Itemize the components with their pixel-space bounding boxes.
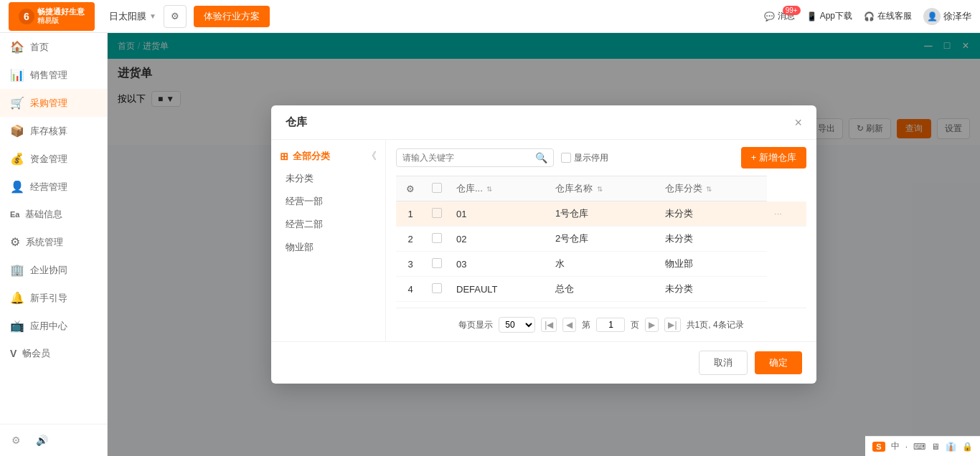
- search-box: 🔍: [396, 148, 554, 167]
- sidebar-label-member: 畅会员: [22, 347, 50, 360]
- all-categories-btn[interactable]: ⊞ 全部分类: [280, 150, 330, 163]
- page-label: 第: [582, 319, 590, 331]
- store-name: 日太阳膜: [109, 10, 146, 23]
- table-row[interactable]: 4 DEFAULT 总仓 未分类: [396, 277, 806, 302]
- th-settings[interactable]: ⚙: [396, 176, 425, 201]
- row-category: 未分类: [658, 277, 767, 302]
- total-label: 共1页, 4条记录: [687, 319, 744, 331]
- store-dropdown-arrow: ▼: [149, 12, 156, 20]
- page-first-btn[interactable]: |◀: [541, 318, 557, 332]
- table-row[interactable]: 3 03 水 物业部: [396, 252, 806, 277]
- row-name: 1号仓库: [548, 201, 657, 227]
- confirm-button[interactable]: 确定: [755, 351, 802, 374]
- sidebar-item-basic[interactable]: Ea 基础信息: [0, 201, 107, 228]
- row-checkbox-cell[interactable]: [425, 201, 449, 227]
- purchase-icon: 🛒: [10, 96, 24, 110]
- row-checkbox[interactable]: [432, 283, 442, 293]
- sidebar-item-sales[interactable]: 📊 销售管理: [0, 61, 107, 89]
- row-checkbox-cell[interactable]: [425, 227, 449, 252]
- app-label: App下载: [820, 10, 852, 22]
- avatar-icon: 👤: [923, 8, 941, 25]
- table-toolbar: 🔍 显示停用 + 新增仓库: [396, 147, 806, 168]
- row-code: 02: [449, 227, 548, 252]
- per-page-select[interactable]: 50 100 200: [499, 317, 535, 333]
- page-prev-btn[interactable]: ◀: [562, 318, 576, 332]
- brand-icon: 6: [19, 9, 34, 24]
- brand-sub: 精易版: [37, 16, 85, 25]
- page-last-btn[interactable]: ▶|: [664, 318, 680, 332]
- sidebar-item-operations[interactable]: 👤 经营管理: [0, 173, 107, 201]
- sidebar-settings-btn[interactable]: ⚙: [6, 430, 26, 450]
- cat-item-uncategorized[interactable]: 未分类: [271, 167, 385, 190]
- top-header: 6 畅捷通好生意 精易版 日太阳膜 ▼ ⚙ 体验行业方案 💬 消息 99+ 📱 …: [0, 0, 980, 33]
- sidebar-label-guide: 新手引导: [30, 292, 67, 305]
- cancel-button[interactable]: 取消: [699, 351, 748, 375]
- collapse-panel-icon[interactable]: 《: [367, 150, 377, 163]
- message-icon: 💬: [764, 11, 775, 22]
- table-panel: 🔍 显示停用 + 新增仓库: [386, 140, 816, 341]
- row-checkbox-cell[interactable]: [425, 277, 449, 302]
- modal-close-button[interactable]: ×: [794, 116, 802, 129]
- sidebar-label-finance: 资金管理: [30, 153, 67, 166]
- action-dots-icon[interactable]: ···: [774, 208, 782, 219]
- cat-item-dept2[interactable]: 经营二部: [271, 213, 385, 236]
- sidebar-item-finance[interactable]: 💰 资金管理: [0, 145, 107, 173]
- sidebar-speaker-btn[interactable]: 🔊: [32, 430, 52, 450]
- app-download-action[interactable]: 📱 App下载: [806, 10, 852, 22]
- sidebar-label-enterprise: 企业协同: [30, 264, 67, 277]
- brand-logo: 6 畅捷通好生意 精易版: [9, 2, 95, 31]
- brand-name: 畅捷通好生意: [37, 7, 85, 16]
- select-all-checkbox[interactable]: [432, 183, 442, 193]
- sort-cat-icon: ⇅: [706, 185, 712, 193]
- sidebar-item-enterprise[interactable]: 🏢 企业协同: [0, 256, 107, 284]
- row-num: 2: [396, 227, 425, 252]
- sidebar-item-inventory[interactable]: 📦 库存核算: [0, 117, 107, 145]
- th-checkbox[interactable]: [425, 176, 449, 201]
- column-settings-icon: ⚙: [406, 184, 415, 194]
- cat-item-property[interactable]: 物业部: [271, 236, 385, 259]
- sidebar-item-system[interactable]: ⚙ 系统管理: [0, 228, 107, 256]
- main-content: 首页 / 进货单 ─ □ × 进货单 按以下 ■ ▼ 🖨 印: [108, 33, 980, 456]
- page-suffix: 页: [631, 319, 639, 331]
- enterprise-icon: 🏢: [10, 263, 24, 277]
- row-checkbox[interactable]: [432, 208, 442, 218]
- status-monitor-icon: 🖥: [931, 442, 940, 452]
- main-layout: 🏠 首页 📊 销售管理 🛒 采购管理 📦 库存核算 💰 资金管理 👤 经营管理 …: [0, 33, 980, 456]
- row-checkbox[interactable]: [432, 258, 442, 268]
- modal-footer: 取消 确定: [271, 341, 816, 384]
- sidebar-label-inventory: 库存核算: [30, 125, 67, 138]
- row-num: 1: [396, 201, 425, 227]
- th-name[interactable]: 仓库名称 ⇅: [548, 176, 657, 201]
- th-code[interactable]: 仓库... ⇅: [449, 176, 548, 201]
- row-checkbox[interactable]: [432, 233, 442, 243]
- sidebar-item-member[interactable]: V 畅会员: [0, 340, 107, 367]
- row-checkbox-cell[interactable]: [425, 252, 449, 277]
- service-action[interactable]: 🎧 在线客服: [864, 10, 912, 22]
- system-icon: ⚙: [10, 235, 20, 249]
- page-next-btn[interactable]: ▶: [645, 318, 659, 332]
- table-row[interactable]: 1 01 1号仓库 未分类 ···: [396, 201, 806, 227]
- message-action[interactable]: 💬 消息 99+: [764, 10, 795, 22]
- trial-button[interactable]: 体验行业方案: [194, 6, 270, 27]
- th-category[interactable]: 仓库分类 ⇅: [658, 176, 767, 201]
- sort-code-icon: ⇅: [486, 185, 492, 193]
- table-row[interactable]: 2 02 2号仓库 未分类: [396, 227, 806, 252]
- warehouse-table: ⚙ 仓库... ⇅: [396, 176, 806, 302]
- page-number-input[interactable]: [596, 318, 625, 332]
- gear-icon: ⚙: [171, 11, 179, 22]
- sidebar-item-guide[interactable]: 🔔 新手引导: [0, 284, 107, 312]
- show-disabled-checkbox[interactable]: [561, 153, 571, 163]
- sidebar-item-purchase[interactable]: 🛒 采购管理: [0, 89, 107, 117]
- search-input[interactable]: [402, 149, 535, 166]
- guide-icon: 🔔: [10, 291, 24, 305]
- cat-item-dept1[interactable]: 经营一部: [271, 190, 385, 213]
- row-actions[interactable]: ···: [767, 201, 806, 227]
- row-name: 总仓: [548, 277, 657, 302]
- add-warehouse-button[interactable]: + 新增仓库: [741, 147, 806, 168]
- sidebar-item-home[interactable]: 🏠 首页: [0, 33, 107, 61]
- sidebar-item-apps[interactable]: 📺 应用中心: [0, 312, 107, 340]
- store-selector[interactable]: 日太阳膜 ▼: [109, 10, 156, 23]
- show-disabled-label[interactable]: 显示停用: [561, 152, 608, 164]
- settings-button[interactable]: ⚙: [164, 5, 187, 28]
- user-profile[interactable]: 👤 徐泽华: [923, 8, 971, 25]
